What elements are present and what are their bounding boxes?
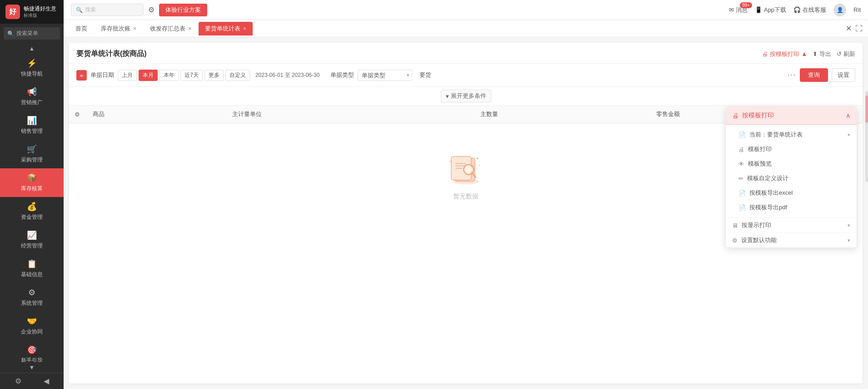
date-btn-this-year[interactable]: 本年 bbox=[160, 70, 179, 81]
dropdown-export-pdf-item[interactable]: 📄 按模板导出pdf bbox=[726, 200, 857, 215]
tab-inventory-batch-close[interactable]: × bbox=[133, 25, 136, 32]
sidebar-item-label: 库存核算 bbox=[21, 185, 43, 192]
preview-template-label: 模板预览 bbox=[748, 160, 772, 168]
topbar-search[interactable]: 🔍 搜索 bbox=[71, 4, 144, 16]
dropdown-current-left: 📄 当前：要货单统计表 bbox=[738, 131, 803, 139]
sidebar-search-label: 搜索菜单 bbox=[16, 30, 38, 37]
default-func-icon: ⚙ bbox=[732, 237, 738, 244]
sidebar-item-system[interactable]: ⚙ 系统管理 bbox=[0, 283, 64, 312]
column-settings-icon[interactable]: ⚙ bbox=[75, 111, 80, 118]
main-content: 🔍 搜索 ⚙ 体验行业方案 ✉ 消息 99+ 📱 App下载 🎧 在线客服 👤 … bbox=[64, 0, 868, 389]
dropdown-preview-item[interactable]: 👁 模板预览 bbox=[726, 157, 857, 171]
sidebar-nav: ⚡ 快捷导航 📢 营销推广 📊 销售管理 🛒 采购管理 📦 库存核算 💰 资金管… bbox=[0, 54, 64, 362]
sales-icon: 📊 bbox=[27, 116, 37, 126]
sidebar-scroll-down[interactable]: ▼ bbox=[0, 362, 64, 373]
message-button[interactable]: ✉ 消息 99+ bbox=[729, 6, 748, 14]
sidebar-item-label: 资金管理 bbox=[21, 213, 43, 221]
dropdown-export-pdf-left: 📄 按模板导出pdf bbox=[738, 203, 787, 212]
refresh-label: 刷新 bbox=[843, 50, 855, 58]
sidebar: 好 畅捷通好生意 标准版 🔍 搜索菜单 ▲ ⚡ 快捷导航 📢 营销推广 📊 销售… bbox=[0, 0, 64, 389]
date-btn-this-month[interactable]: 本月 bbox=[139, 70, 158, 81]
dropdown-customize-item[interactable]: ✏ 模板自定义设计 bbox=[726, 171, 857, 186]
scrollbar-thumb bbox=[865, 96, 868, 123]
topbar: 🔍 搜索 ⚙ 体验行业方案 ✉ 消息 99+ 📱 App下载 🎧 在线客服 👤 … bbox=[64, 0, 868, 20]
tab-inventory-batch[interactable]: 库存批次账 × bbox=[95, 22, 143, 35]
dropdown-close-icon[interactable]: ∧ bbox=[846, 112, 850, 119]
topbar-gear-icon[interactable]: ⚙ bbox=[148, 5, 155, 14]
marketing-icon: 📢 bbox=[27, 87, 37, 97]
settings-icon[interactable]: ⚙ bbox=[15, 377, 21, 385]
print-template-item-label: 模板打印 bbox=[748, 145, 772, 153]
dropdown-default-func-item[interactable]: ⚙ 设置默认功能 ▾ bbox=[726, 232, 857, 248]
sidebar-item-finance[interactable]: 💰 资金管理 bbox=[0, 197, 64, 226]
expand-conditions-button[interactable]: ▾ 展开更多条件 bbox=[441, 90, 491, 102]
user-avatar[interactable]: 👤 bbox=[833, 4, 846, 16]
sidebar-scroll-up[interactable]: ▲ bbox=[0, 43, 64, 54]
inventory-icon: 📦 bbox=[27, 173, 37, 183]
dropdown-export-excel-item[interactable]: 📄 按模板导出excel bbox=[726, 186, 857, 200]
sidebar-item-sales[interactable]: 📊 销售管理 bbox=[0, 111, 64, 140]
maximize-window-icon[interactable]: ⛶ bbox=[855, 25, 863, 33]
online-service-button[interactable]: 🎧 在线客服 bbox=[793, 6, 826, 14]
dropdown-preview-left: 👁 模板预览 bbox=[738, 160, 772, 168]
dropdown-header: 🖨 按模板打印 ∧ bbox=[726, 107, 857, 125]
tab-home[interactable]: 首页 bbox=[69, 22, 94, 35]
empty-text: 暂无数据 bbox=[453, 192, 479, 201]
tab-order-statistics-close[interactable]: × bbox=[243, 25, 246, 32]
guide-icon: 🎯 bbox=[27, 345, 37, 355]
sidebar-item-basic[interactable]: 📋 基础信息 bbox=[0, 254, 64, 283]
refresh-icon: ↺ bbox=[837, 51, 842, 57]
current-template-label: 当前：要货单统计表 bbox=[749, 131, 803, 139]
date-btn-last-month[interactable]: 上月 bbox=[118, 70, 137, 81]
trial-button[interactable]: 体验行业方案 bbox=[159, 4, 207, 16]
sidebar-item-enterprise[interactable]: 🤝 企业协同 bbox=[0, 312, 64, 340]
current-template-icon: 📄 bbox=[738, 131, 746, 138]
print-template-button[interactable]: 🖨 按模板打印 ▲ bbox=[762, 50, 807, 58]
tab-receive-send-close[interactable]: × bbox=[188, 25, 191, 32]
basic-icon: 📋 bbox=[27, 259, 37, 269]
type-select[interactable]: 单据类型 bbox=[358, 70, 412, 81]
refresh-button[interactable]: ↺ 刷新 bbox=[837, 50, 855, 58]
print-dropdown: 🖨 按模板打印 ∧ 📄 当前：要货单统计表 ▾ bbox=[725, 106, 857, 248]
date-range-text: 2023-06-01 至 2023-06-30 bbox=[255, 71, 319, 79]
sidebar-item-marketing[interactable]: 📢 营销推广 bbox=[0, 82, 64, 111]
export-button[interactable]: ⬆ 导出 bbox=[813, 50, 831, 58]
dropdown-export-excel-left: 📄 按模板导出excel bbox=[738, 189, 793, 197]
enterprise-icon: 🤝 bbox=[27, 316, 37, 326]
tab-order-statistics[interactable]: 要货单统计表 × bbox=[199, 22, 253, 35]
sidebar-item-quick-nav[interactable]: ⚡ 快捷导航 bbox=[0, 54, 64, 82]
date-filter-label: 单据日期 bbox=[90, 71, 114, 79]
more-options-icon[interactable]: ··· bbox=[788, 71, 796, 79]
display-print-icon: 🖥 bbox=[732, 222, 738, 229]
tab-receive-send-summary[interactable]: 收发存汇总表 × bbox=[144, 22, 198, 35]
sidebar-logo: 好 畅捷通好生意 标准版 bbox=[0, 0, 64, 24]
tab-receive-send-label: 收发存汇总表 bbox=[150, 25, 185, 33]
sidebar-search[interactable]: 🔍 搜索菜单 bbox=[4, 27, 60, 40]
topbar-right: ✉ 消息 99+ 📱 App下载 🎧 在线客服 👤 Rit bbox=[729, 4, 861, 16]
sidebar-item-purchase[interactable]: 🛒 采购管理 bbox=[0, 140, 64, 168]
sidebar-item-operations[interactable]: 📈 经营管理 bbox=[0, 226, 64, 254]
collapse-expand-button[interactable]: « bbox=[76, 70, 87, 81]
app-download-button[interactable]: 📱 App下载 bbox=[755, 6, 786, 14]
app-download-label: App下载 bbox=[764, 6, 786, 14]
date-btn-more[interactable]: 更多 bbox=[205, 70, 224, 81]
page-content: 要货单统计表(按商品) 🖨 按模板打印 ▲ ⬆ 导出 ↺ 刷新 bbox=[64, 37, 868, 389]
sidebar-item-inventory[interactable]: 📦 库存核算 bbox=[0, 168, 64, 197]
right-scrollbar[interactable] bbox=[865, 91, 868, 182]
dropdown-display-print-item[interactable]: 🖥 按显示打印 ▾ bbox=[726, 217, 857, 232]
settings-button[interactable]: 设置 bbox=[832, 68, 855, 82]
dropdown-print-item[interactable]: 🖨 模板打印 bbox=[726, 142, 857, 157]
close-window-icon[interactable]: ✕ bbox=[846, 24, 852, 33]
sidebar-item-label: 快捷导航 bbox=[21, 70, 43, 78]
quick-nav-icon: ⚡ bbox=[27, 58, 37, 68]
customize-template-icon: ✏ bbox=[738, 175, 743, 182]
user-icon: 👤 bbox=[837, 7, 843, 13]
date-btn-7days[interactable]: 近7天 bbox=[180, 70, 203, 81]
default-func-arrow: ▾ bbox=[848, 237, 850, 243]
query-button[interactable]: 查询 bbox=[800, 68, 828, 82]
date-btn-custom[interactable]: 自定义 bbox=[225, 70, 250, 81]
collapse-icon[interactable]: ◀ bbox=[44, 377, 49, 385]
sidebar-item-guide[interactable]: 🎯 新手引导 bbox=[0, 340, 64, 362]
dropdown-current-item[interactable]: 📄 当前：要货单统计表 ▾ bbox=[726, 127, 857, 142]
tab-home-label: 首页 bbox=[75, 25, 87, 33]
